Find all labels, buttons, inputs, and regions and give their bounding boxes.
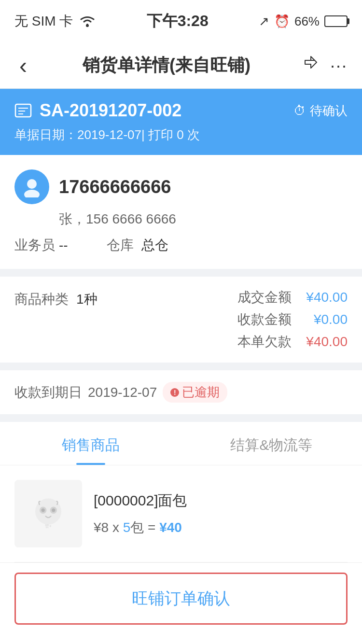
product-image-placeholder: 管+ — [27, 492, 70, 535]
overdue-icon: ! — [170, 388, 179, 397]
battery-icon — [324, 15, 348, 27]
order-status: ⏱ 待确认 — [293, 102, 348, 119]
amounts-row: 商品种类 1种 成交金额 ¥40.00 收款金额 ¥0.00 本单欠款 ¥40.… — [14, 288, 348, 351]
overdue-text: 已逾期 — [182, 384, 220, 401]
amounts-right: 成交金额 ¥40.00 收款金额 ¥0.00 本单欠款 ¥40.00 — [237, 288, 348, 351]
customer-meta: 业务员 -- 仓库 总仓 — [14, 236, 348, 254]
order-date-info: 单据日期：2019-12-07| 打印 0 次 — [14, 126, 348, 143]
svg-text:管+: 管+ — [45, 524, 52, 529]
share-button[interactable] — [301, 55, 319, 76]
product-type: 商品种类 1种 — [14, 288, 97, 308]
tabs-section: 销售商品 结算&物流等 管+ [0000002]面包 — [0, 422, 362, 562]
alarm-icon: ⏰ — [274, 14, 290, 29]
back-button[interactable]: ‹ — [14, 47, 32, 84]
due-date-section: 收款到期日 2019-12-07 ! 已逾期 — [0, 370, 362, 414]
received-amount-line: 收款金额 ¥0.00 — [237, 310, 348, 329]
status-time: 下午3:28 — [147, 11, 209, 32]
svg-point-5 — [27, 179, 37, 189]
tab-settlement-logistics[interactable]: 结算&物流等 — [181, 422, 362, 465]
customer-phone: 17666666666 — [59, 177, 171, 197]
nav-right-actions: ··· — [301, 55, 348, 76]
bottom-bar: 旺铺订单确认 — [0, 562, 362, 644]
more-button[interactable]: ··· — [330, 56, 348, 76]
order-header-top: SA-20191207-002 ⏱ 待确认 — [14, 100, 348, 121]
svg-point-0 — [86, 24, 89, 27]
product-name: [0000002]面包 — [94, 491, 348, 511]
deal-amount-line: 成交金额 ¥40.00 — [237, 288, 348, 307]
status-bar: 无 SIM 卡 下午3:28 ↗ ⏰ 66% — [0, 0, 362, 42]
avatar-icon — [21, 176, 42, 197]
carrier-text: 无 SIM 卡 — [14, 12, 73, 30]
avatar — [14, 169, 49, 204]
svg-point-11 — [52, 508, 55, 512]
location-icon: ↗ — [259, 14, 269, 29]
product-info: [0000002]面包 ¥8 x 5包 = ¥40 — [94, 491, 348, 537]
due-date-value: 2019-12-07 — [88, 385, 157, 400]
battery-percent: 66% — [294, 14, 320, 29]
tab-sales-products[interactable]: 销售商品 — [0, 422, 181, 465]
status-left: 无 SIM 卡 — [14, 12, 96, 30]
customer-phone-row: 17666666666 — [14, 169, 348, 204]
product-image: 管+ — [14, 480, 82, 547]
warehouse-meta: 仓库 总仓 — [107, 236, 168, 254]
svg-point-10 — [42, 508, 45, 512]
status-right: ↗ ⏰ 66% — [259, 14, 348, 29]
status-clock-icon: ⏱ — [293, 103, 306, 118]
svg-point-6 — [24, 190, 40, 197]
product-price: ¥8 x 5包 = ¥40 — [94, 518, 348, 537]
tabs-header: 销售商品 结算&物流等 — [0, 422, 362, 465]
nav-bar: ‹ 销货单详情(来自旺铺) ··· — [0, 42, 362, 89]
product-list: 管+ [0000002]面包 ¥8 x 5包 = ¥40 — [0, 465, 362, 562]
order-number: SA-20191207-002 — [14, 100, 181, 121]
due-date-label: 收款到期日 — [14, 383, 82, 402]
product-item: 管+ [0000002]面包 ¥8 x 5包 = ¥40 — [14, 465, 348, 562]
customer-name: 张，156 6666 6666 — [59, 210, 348, 228]
customer-section: 17666666666 张，156 6666 6666 业务员 -- 仓库 总仓 — [0, 155, 362, 269]
order-icon — [14, 103, 32, 118]
owed-amount-line: 本单欠款 ¥40.00 — [237, 333, 348, 351]
order-header: SA-20191207-002 ⏱ 待确认 单据日期：2019-12-07| 打… — [0, 89, 362, 155]
overdue-badge: ! 已逾期 — [163, 382, 227, 403]
staff-meta: 业务员 -- — [14, 236, 68, 254]
confirm-order-button[interactable]: 旺铺订单确认 — [14, 573, 348, 625]
page-title: 销货单详情(来自旺铺) — [83, 54, 251, 77]
amounts-section: 商品种类 1种 成交金额 ¥40.00 收款金额 ¥0.00 本单欠款 ¥40.… — [0, 277, 362, 363]
wifi-icon — [79, 15, 96, 28]
